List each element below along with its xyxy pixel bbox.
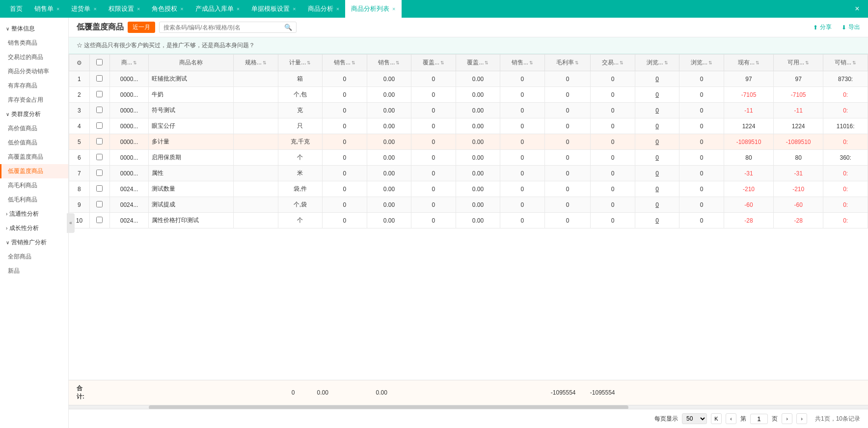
table-cell: 0 bbox=[411, 150, 456, 166]
sidebar-section-营销推广分析[interactable]: ∨营销推广分析 bbox=[0, 235, 68, 250]
col-header-sales3[interactable]: 销售...⇅ bbox=[500, 55, 545, 71]
page-title: 低覆盖度商品 bbox=[77, 22, 124, 32]
table-cell: 0 bbox=[323, 181, 367, 197]
col-header-sales_qty[interactable]: 销售...⇅ bbox=[323, 55, 367, 71]
col-header-current[interactable]: 现有...⇅ bbox=[724, 55, 773, 71]
table-cell: 0.00 bbox=[456, 118, 500, 134]
share-button[interactable]: ⬆ 分享 bbox=[813, 23, 832, 31]
footer-cell bbox=[485, 389, 514, 396]
row-checkbox[interactable] bbox=[96, 154, 103, 160]
nav-close-产成品入库单[interactable]: × bbox=[237, 6, 240, 12]
col-header-browse2[interactable]: 浏览...⇅ bbox=[679, 55, 724, 71]
sidebar-item-全部商品[interactable]: 全部商品 bbox=[0, 250, 68, 264]
page-size-select[interactable]: 2050100 bbox=[682, 413, 707, 424]
nav-item-权限设置[interactable]: 权限设置× bbox=[103, 0, 146, 18]
select-all-checkbox[interactable] bbox=[96, 59, 103, 65]
sidebar-item-高覆盖度商品[interactable]: 高覆盖度商品 bbox=[0, 150, 68, 164]
prev-page-button[interactable]: ‹ bbox=[726, 413, 736, 424]
table-container[interactable]: ⚙商...⇅商品名称规格...⇅计量...⇅销售...⇅销售...⇅覆盖...⇅… bbox=[69, 54, 868, 380]
table-cell: 0 bbox=[500, 213, 545, 228]
sidebar-section-类群度分析[interactable]: ∨类群度分析 bbox=[0, 107, 68, 121]
col-header-sales_amt[interactable]: 销售...⇅ bbox=[367, 55, 411, 71]
nav-item-销售单[interactable]: 销售单× bbox=[28, 0, 65, 18]
sidebar-item-有库存商品[interactable]: 有库存商品 bbox=[0, 79, 68, 93]
col-header-unit[interactable]: 计量...⇅ bbox=[278, 55, 323, 71]
col-header-trade[interactable]: 交易...⇅ bbox=[591, 55, 635, 71]
nav-close-权限设置[interactable]: × bbox=[137, 6, 140, 12]
sidebar-item-新品[interactable]: 新品 bbox=[0, 264, 68, 278]
table-cell: 0000... bbox=[110, 87, 149, 103]
col-header-saleable[interactable]: 可销...⇅ bbox=[823, 55, 868, 71]
nav-item-首页[interactable]: 首页 bbox=[4, 0, 28, 18]
nav-close-单据模板设置[interactable]: × bbox=[293, 6, 296, 12]
sidebar-section-流通性分析[interactable]: ›流通性分析 bbox=[0, 207, 68, 221]
last-page-button[interactable]: › bbox=[796, 413, 807, 424]
first-page-button[interactable]: K bbox=[711, 413, 722, 424]
row-checkbox[interactable] bbox=[96, 122, 103, 129]
export-button[interactable]: ⬇ 导出 bbox=[841, 23, 860, 31]
sidebar-item-低覆盖度商品[interactable]: 低覆盖度商品 bbox=[0, 164, 68, 178]
table-cell: 97 bbox=[724, 71, 773, 87]
row-checkbox[interactable] bbox=[96, 138, 103, 144]
period-button[interactable]: 近一月 bbox=[128, 22, 155, 33]
table-cell: 0 bbox=[544, 71, 591, 87]
share-icon: ⬆ bbox=[813, 24, 818, 31]
nav-close-角色授权[interactable]: × bbox=[180, 6, 183, 12]
row-checkbox[interactable] bbox=[96, 201, 103, 207]
nav-close-商品分析[interactable]: × bbox=[336, 6, 339, 12]
settings-icon[interactable]: ⚙ bbox=[77, 59, 82, 66]
row-checkbox[interactable] bbox=[96, 217, 103, 223]
row-checkbox[interactable] bbox=[96, 107, 103, 113]
table-footer: 合计: 00.000.00-1095554-1095554 bbox=[69, 380, 868, 405]
col-header-browse1[interactable]: 浏览...⇅ bbox=[635, 55, 679, 71]
next-page-button[interactable]: › bbox=[782, 413, 792, 424]
row-checkbox[interactable] bbox=[96, 170, 103, 176]
table-cell: 0000... bbox=[110, 166, 149, 181]
sidebar-item-高毛利商品[interactable]: 高毛利商品 bbox=[0, 178, 68, 193]
table-cell: 0.00 bbox=[367, 118, 411, 134]
horizontal-scrollbar[interactable] bbox=[69, 405, 868, 409]
sidebar-item-低价值商品[interactable]: 低价值商品 bbox=[0, 136, 68, 150]
table-cell: 0 bbox=[591, 181, 635, 197]
col-header-gross_rate[interactable]: 毛利率⇅ bbox=[544, 55, 591, 71]
table-cell: 7 bbox=[69, 166, 90, 181]
sidebar-item-低毛利商品[interactable]: 低毛利商品 bbox=[0, 193, 68, 207]
sidebar-section-整体信息[interactable]: ∨整体信息 bbox=[0, 22, 68, 36]
col-header-checkbox bbox=[89, 55, 109, 71]
nav-item-角色授权[interactable]: 角色授权× bbox=[146, 0, 189, 18]
row-checkbox[interactable] bbox=[96, 185, 103, 192]
col-header-available[interactable]: 可用...⇅ bbox=[774, 55, 823, 71]
nav-close-销售单[interactable]: × bbox=[56, 6, 59, 12]
sidebar-item-交易过的商品[interactable]: 交易过的商品 bbox=[0, 50, 68, 64]
nav-item-进货单[interactable]: 进货单× bbox=[65, 0, 102, 18]
sidebar-item-商品分类动销率[interactable]: 商品分类动销率 bbox=[0, 64, 68, 79]
col-header-spec[interactable]: 规格...⇅ bbox=[234, 55, 278, 71]
table-cell bbox=[89, 166, 109, 181]
sidebar-item-库存资金占用[interactable]: 库存资金占用 bbox=[0, 93, 68, 107]
nav-close-进货单[interactable]: × bbox=[93, 6, 96, 12]
row-checkbox[interactable] bbox=[96, 91, 103, 97]
table-cell: 0000... bbox=[110, 71, 149, 87]
sidebar-item-销售类商品[interactable]: 销售类商品 bbox=[0, 36, 68, 50]
current-page-input[interactable] bbox=[750, 414, 768, 424]
sidebar-collapse-button[interactable]: « bbox=[67, 213, 75, 233]
table-cell: 克,千克 bbox=[278, 134, 323, 150]
nav-item-商品分析[interactable]: 商品分析× bbox=[302, 0, 345, 18]
sidebar-section-成长性分析[interactable]: ›成长性分析 bbox=[0, 221, 68, 235]
footer-cell bbox=[396, 389, 426, 396]
search-input[interactable] bbox=[163, 24, 284, 31]
table-cell: 0: bbox=[823, 197, 868, 213]
col-header-code[interactable]: 商...⇅ bbox=[110, 55, 149, 71]
col-header-coverage2[interactable]: 覆盖...⇅ bbox=[456, 55, 500, 71]
nav-item-商品分析列表[interactable]: 商品分析列表× bbox=[345, 0, 401, 18]
sidebar-item-高价值商品[interactable]: 高价值商品 bbox=[0, 121, 68, 136]
nav-item-单据模板设置[interactable]: 单据模板设置× bbox=[245, 0, 301, 18]
window-close-button[interactable]: × bbox=[850, 2, 864, 16]
table-cell: 0 bbox=[679, 103, 724, 118]
table-cell: 个,袋 bbox=[278, 197, 323, 213]
nav-item-产成品入库单[interactable]: 产成品入库单× bbox=[190, 0, 245, 18]
col-header-coverage1[interactable]: 覆盖...⇅ bbox=[411, 55, 456, 71]
table-cell: 0 bbox=[500, 87, 545, 103]
row-checkbox[interactable] bbox=[96, 75, 103, 82]
nav-close-商品分析列表[interactable]: × bbox=[392, 6, 395, 12]
